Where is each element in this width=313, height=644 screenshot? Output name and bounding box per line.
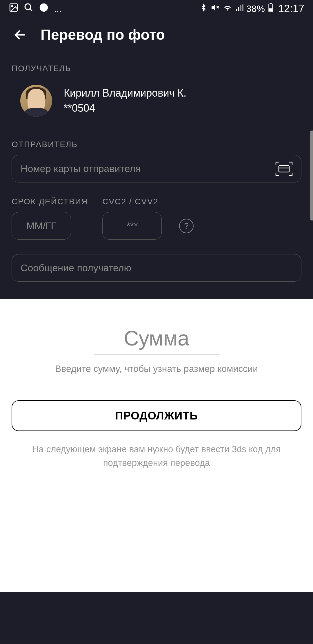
- svg-rect-9: [269, 9, 272, 11]
- status-bar: ... 38% 12:17: [0, 0, 313, 17]
- svg-rect-11: [279, 166, 289, 172]
- recipient-label: ПОЛУЧАТЕЛЬ: [0, 52, 313, 79]
- mute-icon: [210, 3, 220, 15]
- scroll-indicator[interactable]: [310, 131, 313, 220]
- page-title: Перевод по фото: [41, 26, 165, 43]
- expiry-input[interactable]: [12, 212, 71, 240]
- wifi-icon: [223, 3, 232, 14]
- svg-line-3: [30, 9, 32, 11]
- svg-point-2: [25, 4, 31, 10]
- battery-percent: 38%: [246, 3, 265, 14]
- svg-point-1: [12, 6, 13, 7]
- back-button[interactable]: [12, 26, 29, 44]
- notification-icon: [39, 3, 49, 15]
- cvc-help-button[interactable]: ?: [179, 219, 194, 233]
- image-icon: [9, 3, 19, 15]
- cvc-input[interactable]: [102, 212, 162, 240]
- signal-icon: [235, 3, 243, 14]
- footer-hint: На следующем экране вам нужно будет ввес…: [12, 443, 301, 470]
- sender-label: ОТПРАВИТЕЛЬ: [0, 128, 313, 155]
- svg-point-4: [40, 3, 48, 12]
- search-icon: [24, 3, 34, 15]
- more-icon: ...: [54, 3, 62, 14]
- status-left-icons: ...: [9, 3, 62, 15]
- recipient-row[interactable]: Кирилл Владимирович К. **0504: [0, 79, 313, 128]
- continue-button[interactable]: ПРОДОЛЖИТЬ: [12, 400, 301, 431]
- status-time: 12:17: [278, 3, 304, 15]
- commission-hint: Введите сумму, чтобы узнать размер комис…: [55, 363, 258, 374]
- battery-icon: [268, 3, 274, 15]
- message-input[interactable]: [12, 254, 301, 282]
- expiry-label: СРОК ДЕЙСТВИЯ: [12, 182, 88, 212]
- status-right-icons: 38% 12:17: [199, 3, 304, 15]
- avatar: [20, 85, 52, 117]
- card-number-input[interactable]: [12, 155, 301, 182]
- amount-input[interactable]: [94, 322, 220, 355]
- cvc-label: CVC2 / CVV2: [102, 182, 162, 212]
- recipient-name: Кирилл Владимирович К.: [64, 87, 186, 99]
- amount-section: Введите сумму, чтобы узнать размер комис…: [0, 299, 313, 592]
- bluetooth-icon: [199, 3, 208, 15]
- recipient-card-mask: **0504: [64, 102, 186, 114]
- scan-card-icon[interactable]: [275, 162, 293, 176]
- svg-rect-8: [270, 3, 271, 4]
- header: Перевод по фото: [0, 17, 313, 52]
